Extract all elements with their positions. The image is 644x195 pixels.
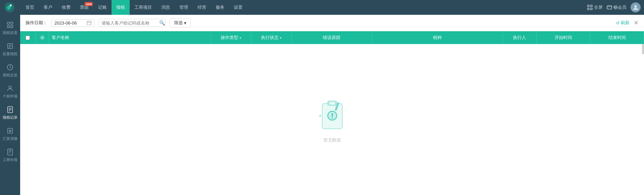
table-header: 客户名称 操作类型 ▾ 执行状态 ▾ 错误原因 税种 执行人	[20, 31, 644, 44]
annual-icon	[6, 148, 14, 156]
date-input[interactable]	[54, 21, 85, 26]
sidebar-label-tax-settings: 报税设置	[3, 30, 17, 35]
vip-label: 畅会员	[613, 4, 627, 10]
svg-rect-10	[7, 26, 9, 28]
nav-item-home[interactable]: 首页	[21, 0, 39, 15]
col-end-time-label: 结束时间	[608, 35, 626, 41]
nav-item-tax[interactable]: 报税	[112, 0, 130, 15]
col-op-type: 操作类型 ▾	[211, 31, 251, 44]
nav-item-manage[interactable]: 管理	[175, 0, 193, 15]
svg-point-17	[9, 86, 11, 88]
toolbar: 操作日期： 🔍 筛选 ▾ ↺ 刷新 ✕	[20, 15, 644, 31]
nav-badge-new: new	[85, 2, 93, 6]
vip-button[interactable]: 畅会员	[607, 4, 627, 10]
nav-item-finance[interactable]: 经营	[193, 0, 211, 15]
col-start-time: 开始时间	[536, 31, 590, 44]
svg-point-7	[634, 5, 637, 8]
svg-rect-8	[7, 22, 9, 24]
sidebar-item-tax-settings[interactable]: 报税设置	[0, 17, 20, 39]
svg-rect-6	[607, 6, 612, 9]
sidebar: 报税设置批量报税报税总览个税申报报税记录汇算清缴工商年报	[0, 15, 20, 195]
col-start-time-label: 开始时间	[555, 35, 572, 41]
table: 客户名称 操作类型 ▾ 执行状态 ▾ 错误原因 税种 执行人	[20, 31, 644, 195]
date-picker[interactable]	[51, 19, 94, 27]
svg-rect-34	[330, 102, 335, 105]
batch-icon	[6, 42, 14, 50]
col-gear[interactable]	[36, 31, 49, 44]
sidebar-item-batch-tax[interactable]: 批量报税	[0, 39, 20, 60]
fullscreen-button[interactable]: 全屏	[587, 4, 603, 10]
logo	[3, 1, 15, 13]
search-input[interactable]	[101, 21, 158, 26]
col-executor: 执行人	[503, 31, 536, 44]
col-end-time: 结束时间	[590, 31, 644, 44]
col-check[interactable]	[20, 31, 36, 44]
nav-item-invoice[interactable]: 票据new	[75, 0, 93, 15]
filter-label: 筛选	[174, 20, 183, 26]
svg-rect-3	[591, 5, 592, 7]
svg-rect-2	[588, 5, 589, 7]
col-exec-status: 执行状态 ▾	[251, 31, 292, 44]
settings-icon	[6, 21, 14, 29]
svg-rect-26	[8, 149, 13, 155]
svg-point-1	[10, 4, 12, 6]
main-layout: 报税设置批量报税报税总览个税申报报税记录汇算清缴工商年报 操作日期： 🔍 筛选 …	[0, 15, 644, 195]
col-exec-status-label: 执行状态	[261, 35, 278, 41]
svg-rect-9	[11, 22, 13, 24]
col-op-type-label: 操作类型	[221, 35, 238, 41]
empty-illustration	[315, 96, 349, 133]
close-button[interactable]: ✕	[634, 20, 639, 26]
empty-state: 暂无数据	[309, 89, 356, 150]
col-error: 错误原因	[292, 31, 372, 44]
nav-items: 首页客户收费票据new记账报税工商项目消息管理经营服务设置	[21, 0, 587, 15]
svg-point-38	[332, 117, 333, 119]
col-executor-label: 执行人	[513, 35, 526, 41]
sidebar-item-calculate[interactable]: 汇算清缴	[0, 123, 20, 145]
filter-button[interactable]: 筛选 ▾	[170, 18, 191, 28]
calendar-icon	[87, 21, 91, 25]
refresh-button[interactable]: ↺ 刷新	[616, 20, 630, 26]
person-icon	[6, 84, 14, 92]
op-type-sort-icon[interactable]: ▾	[240, 36, 241, 40]
nav-item-billing[interactable]: 收费	[57, 0, 75, 15]
svg-rect-11	[11, 26, 13, 28]
sidebar-item-personal-tax[interactable]: 个税申报	[0, 81, 20, 102]
search-box[interactable]: 🔍	[98, 19, 166, 27]
content-area: 操作日期： 🔍 筛选 ▾ ↺ 刷新 ✕	[20, 15, 644, 195]
empty-text: 暂无数据	[324, 137, 341, 143]
svg-point-31	[41, 37, 43, 39]
fullscreen-label: 全屏	[594, 4, 603, 10]
exec-status-sort-icon[interactable]: ▾	[280, 36, 282, 40]
refresh-icon: ↺	[616, 21, 619, 26]
gear-icon	[40, 35, 45, 40]
select-all-checkbox[interactable]	[26, 36, 30, 40]
sidebar-label-tax-overview: 报税总览	[3, 73, 17, 78]
nav-item-bookkeeping[interactable]: 记账	[93, 0, 112, 15]
nav-item-bizproject[interactable]: 工商项目	[130, 0, 157, 15]
svg-rect-27	[87, 21, 91, 25]
chevron-down-icon: ▾	[184, 21, 186, 26]
search-icon[interactable]: 🔍	[159, 20, 165, 26]
scrollbar[interactable]	[642, 44, 644, 54]
date-label: 操作日期：	[26, 20, 47, 26]
svg-rect-5	[591, 8, 592, 10]
nav-item-message[interactable]: 消息	[157, 0, 175, 15]
sidebar-label-tax-record: 报税记录	[3, 115, 17, 120]
sidebar-item-annual-report[interactable]: 工商年报	[0, 145, 20, 166]
user-avatar[interactable]	[631, 2, 641, 12]
record-icon	[6, 106, 14, 114]
col-error-label: 错误原因	[323, 35, 340, 41]
nav-item-settings[interactable]: 设置	[229, 0, 247, 15]
col-tax-label: 税种	[433, 35, 442, 41]
top-nav: 首页客户收费票据new记账报税工商项目消息管理经营服务设置 全屏 畅会员	[0, 0, 644, 15]
nav-right: 全屏 畅会员	[587, 2, 641, 12]
col-tax: 税种	[372, 31, 503, 44]
refresh-label: 刷新	[621, 20, 630, 26]
col-customer-label: 客户名称	[52, 35, 69, 41]
sidebar-item-tax-overview[interactable]: 报税总览	[0, 60, 20, 81]
nav-item-service[interactable]: 服务	[211, 0, 229, 15]
nav-item-customer[interactable]: 客户	[39, 0, 57, 15]
sidebar-label-personal-tax: 个税申报	[3, 94, 17, 99]
sidebar-item-tax-record[interactable]: 报税记录	[0, 102, 20, 123]
sidebar-label-calculate: 汇算清缴	[3, 136, 17, 141]
